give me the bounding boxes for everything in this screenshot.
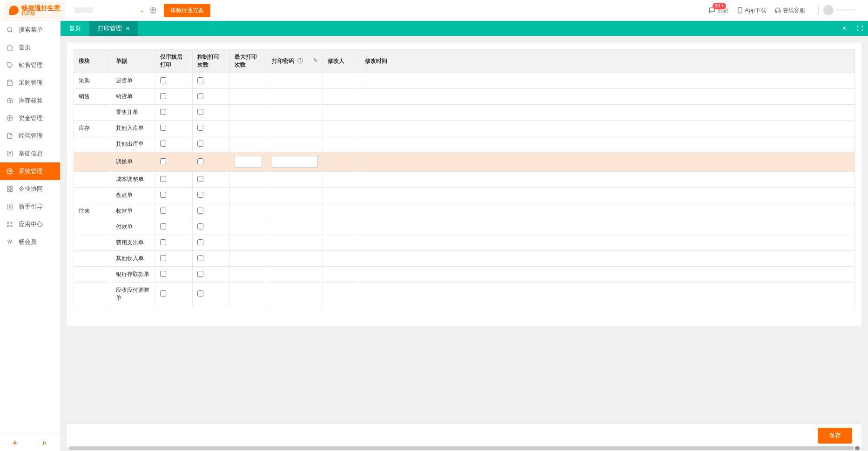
control-times-checkbox[interactable] [197,93,203,99]
max-print-input[interactable] [235,156,262,168]
cell-password [267,188,323,203]
audit-only-checkbox[interactable] [160,290,166,296]
tab-home[interactable]: 首页 [61,21,89,36]
grid-icon [7,186,14,192]
logo-title: 畅捷通好生意 [21,5,61,11]
sidebar-item-appcenter[interactable]: 应用中心 [0,215,60,233]
audit-only-checkbox[interactable] [160,109,166,115]
cell-audit-only [155,203,193,219]
sidebar-item-label: 基础信息 [19,149,43,158]
audit-only-checkbox[interactable] [160,255,166,261]
cell-module [74,267,111,283]
control-times-checkbox[interactable] [197,125,203,131]
vip-icon [7,239,14,245]
cell-audit-only [155,121,193,136]
control-times-checkbox[interactable] [197,109,203,115]
sidebar-item-stock[interactable]: 库存核算 [0,92,60,109]
control-times-checkbox[interactable] [197,290,203,296]
sidebar-item-search[interactable]: 搜索菜单 [0,21,60,39]
collapse-icon[interactable] [42,440,48,446]
sidebar-item-basic[interactable]: 基础信息 [0,145,60,162]
settings-icon[interactable] [150,7,156,13]
close-icon[interactable]: ✕ [126,26,130,32]
control-times-checkbox[interactable] [197,271,203,277]
edit-icon[interactable]: ✎ [313,57,318,64]
cell-doc: 盘点单 [111,188,155,203]
cell-doc: 调拨单 [111,152,155,172]
cell-module [74,188,111,203]
control-times-checkbox[interactable] [197,239,203,245]
save-button[interactable]: 保存 [818,428,852,444]
svg-rect-17 [7,204,13,209]
audit-only-checkbox[interactable] [160,158,166,164]
cell-password [267,121,323,136]
footer-bar: 保存 [67,423,861,447]
svg-rect-15 [7,189,9,191]
cell-audit-only [155,188,193,203]
cell-module [74,235,111,251]
sidebar-item-system[interactable]: 系统管理 [0,162,60,180]
gear-icon[interactable] [12,440,18,446]
sidebar-item-home[interactable]: 首页 [0,39,60,56]
tab-print-management[interactable]: 打印管理 ✕ [89,21,138,36]
search-icon [7,27,14,33]
control-times-checkbox[interactable] [197,255,203,261]
control-times-checkbox[interactable] [197,223,203,229]
cell-module [74,136,111,152]
control-times-checkbox[interactable] [197,208,203,214]
cell-doc: 进货单 [111,73,155,89]
sidebar-item-purchase[interactable]: 采购管理 [0,74,60,92]
control-times-checkbox[interactable] [197,77,203,83]
messages-button[interactable]: 99 + 消息 [709,7,728,14]
control-times-checkbox[interactable] [197,192,203,198]
cell-modify-time [360,203,855,219]
sidebar-item-fund[interactable]: 资金管理 [0,109,60,127]
audit-only-checkbox[interactable] [160,141,166,147]
sidebar-item-vip[interactable]: 畅会员 [0,233,60,251]
industry-plan-button[interactable]: 体验行业方案 [164,4,210,17]
cell-password [267,219,323,235]
user-menu[interactable] [823,5,855,15]
fullscreen-button[interactable] [852,21,868,36]
help-icon[interactable]: ⓘ [297,58,303,64]
home-icon [7,44,14,51]
cell-doc: 零售开单 [111,105,155,121]
audit-only-checkbox[interactable] [160,239,166,245]
table-row: 采购进货单 [74,73,855,89]
audit-only-checkbox[interactable] [160,192,166,198]
sidebar-item-guide[interactable]: 新手引导 [0,198,60,215]
cell-modifier [323,235,360,251]
audit-only-checkbox[interactable] [160,223,166,229]
print-password-input[interactable] [272,156,318,168]
doc-icon [7,133,14,139]
audit-only-checkbox[interactable] [160,208,166,214]
audit-only-checkbox[interactable] [160,77,166,83]
audit-only-checkbox[interactable] [160,271,166,277]
cell-modifier [323,105,360,121]
tab-active-label: 打印管理 [98,24,122,33]
cell-doc: 其他入库单 [111,121,155,136]
sidebar-item-sales[interactable]: 销售管理 [0,56,60,74]
org-name [74,7,93,13]
close-all-tabs-button[interactable]: ✕ [836,21,852,36]
audit-only-checkbox[interactable] [160,176,166,182]
cell-modify-time [360,267,855,283]
audit-only-checkbox[interactable] [160,125,166,131]
app-download-button[interactable]: App下载 [737,7,766,14]
audit-only-checkbox[interactable] [160,93,166,99]
control-times-checkbox[interactable] [197,141,203,147]
svg-rect-6 [9,101,11,103]
cell-max-times [230,283,267,306]
cell-doc: 其他出库单 [111,136,155,152]
cell-control-times [193,73,230,89]
col-max-times: 最大打印次数 [230,49,267,73]
sidebar-item-coop[interactable]: 企业协同 [0,180,60,198]
cell-password [267,152,323,172]
control-times-checkbox[interactable] [197,176,203,182]
control-times-checkbox[interactable] [197,158,203,164]
sidebar-item-operate[interactable]: 经营管理 [0,127,60,145]
cell-modify-time [360,188,855,203]
org-selector[interactable]: ⌄ [74,7,144,13]
customer-service-button[interactable]: 在线客服 [774,7,805,14]
cell-modifier [323,219,360,235]
